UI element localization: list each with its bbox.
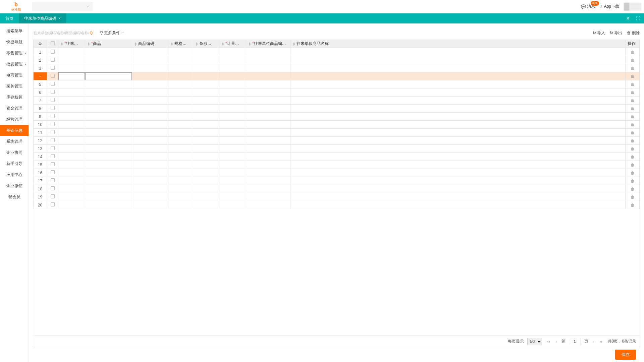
cell-input[interactable] xyxy=(58,72,85,80)
row-checkbox[interactable] xyxy=(51,194,55,198)
table-row[interactable]: 12🗑 xyxy=(34,137,640,145)
cell[interactable] xyxy=(58,145,85,153)
column-partner-product-code[interactable]: ▲▼*往来单位商品编… xyxy=(246,40,290,48)
cell[interactable] xyxy=(168,80,193,88)
cell[interactable] xyxy=(290,193,626,201)
cell[interactable] xyxy=(193,88,219,97)
sidebar-item[interactable]: 企业微信 xyxy=(0,180,29,191)
fullscreen-icon[interactable]: ⛶ xyxy=(635,15,641,22)
column-spec[interactable]: ▲▼规格… xyxy=(168,40,193,48)
cell[interactable] xyxy=(246,80,290,88)
cell[interactable] xyxy=(168,72,193,80)
cell[interactable] xyxy=(290,201,626,209)
cell[interactable] xyxy=(85,145,132,153)
cell[interactable] xyxy=(85,153,132,161)
cell[interactable] xyxy=(168,137,193,145)
cell[interactable] xyxy=(58,121,85,129)
cell[interactable] xyxy=(246,193,290,201)
cell[interactable] xyxy=(85,137,132,145)
cell[interactable] xyxy=(168,185,193,193)
sidebar-item[interactable]: 经营管理 xyxy=(0,114,29,125)
column-barcode[interactable]: ▲▼条形… xyxy=(193,40,219,48)
delete-button[interactable]: 🗑 删除 xyxy=(627,30,640,36)
table-row[interactable]: 14🗑 xyxy=(34,153,640,161)
cell[interactable] xyxy=(193,72,219,80)
column-unit[interactable]: ▲▼*计量… xyxy=(219,40,246,48)
sidebar-item[interactable]: 批发管理▾ xyxy=(0,59,29,70)
cell[interactable] xyxy=(193,56,219,64)
cell[interactable] xyxy=(246,185,290,193)
trash-icon[interactable]: 🗑 xyxy=(631,58,635,63)
pager-last-icon[interactable]: ⏭ xyxy=(598,339,604,344)
cell[interactable] xyxy=(290,137,626,145)
trash-icon[interactable]: 🗑 xyxy=(631,171,635,175)
table-row[interactable]: 8🗑 xyxy=(34,105,640,113)
cell[interactable] xyxy=(168,177,193,185)
page-input[interactable] xyxy=(569,338,581,345)
sidebar-item[interactable]: 零售管理▾ xyxy=(0,48,29,59)
cell[interactable] xyxy=(219,129,246,137)
sidebar-item[interactable]: 系统管理 xyxy=(0,136,29,147)
cell[interactable] xyxy=(58,193,85,201)
cell[interactable] xyxy=(58,72,85,80)
row-checkbox[interactable] xyxy=(51,146,55,150)
cell[interactable] xyxy=(219,72,246,80)
cell[interactable] xyxy=(290,56,626,64)
cell[interactable] xyxy=(246,129,290,137)
cell[interactable] xyxy=(168,64,193,72)
cell[interactable] xyxy=(246,201,290,209)
cell[interactable] xyxy=(290,97,626,105)
column-select-all[interactable] xyxy=(47,40,58,48)
row-checkbox[interactable] xyxy=(51,82,55,86)
row-checkbox[interactable] xyxy=(51,50,55,54)
cell[interactable] xyxy=(193,137,219,145)
per-page-select[interactable]: 50 xyxy=(527,338,542,345)
cell[interactable] xyxy=(58,48,85,56)
cell[interactable] xyxy=(290,129,626,137)
cell[interactable] xyxy=(132,185,168,193)
cell[interactable] xyxy=(132,153,168,161)
cell[interactable] xyxy=(168,105,193,113)
cell[interactable] xyxy=(132,145,168,153)
cell[interactable] xyxy=(219,105,246,113)
cell[interactable] xyxy=(85,169,132,177)
table-row[interactable]: 1🗑 xyxy=(34,48,640,56)
cell[interactable] xyxy=(132,169,168,177)
table-row[interactable]: 10🗑 xyxy=(34,121,640,129)
cell[interactable] xyxy=(290,88,626,97)
cell[interactable] xyxy=(193,201,219,209)
cell[interactable] xyxy=(85,64,132,72)
cell[interactable] xyxy=(193,193,219,201)
trash-icon[interactable]: 🗑 xyxy=(631,179,635,183)
row-checkbox[interactable] xyxy=(51,178,55,182)
table-row[interactable]: 15🗑 xyxy=(34,161,640,169)
pager-next-icon[interactable]: › xyxy=(592,339,595,344)
cell[interactable] xyxy=(85,201,132,209)
sidebar-item[interactable]: 新手引导 xyxy=(0,158,29,169)
row-checkbox[interactable] xyxy=(51,74,55,78)
cell[interactable] xyxy=(168,153,193,161)
cell[interactable] xyxy=(290,64,626,72)
row-checkbox[interactable] xyxy=(51,170,55,174)
column-partner[interactable]: ▲▼*往来… xyxy=(58,40,85,48)
cell[interactable] xyxy=(168,56,193,64)
row-checkbox[interactable] xyxy=(51,90,55,94)
cell[interactable] xyxy=(58,97,85,105)
column-settings[interactable]: ⚙ xyxy=(34,40,47,48)
cell[interactable] xyxy=(219,97,246,105)
cell[interactable] xyxy=(290,105,626,113)
cell[interactable] xyxy=(246,88,290,97)
cell[interactable] xyxy=(246,177,290,185)
cell[interactable] xyxy=(58,80,85,88)
cell[interactable] xyxy=(193,161,219,169)
cell[interactable] xyxy=(168,161,193,169)
trash-icon[interactable]: 🗑 xyxy=(631,98,635,103)
cell[interactable] xyxy=(193,80,219,88)
cell[interactable] xyxy=(132,129,168,137)
cell[interactable] xyxy=(132,113,168,121)
cell[interactable] xyxy=(58,201,85,209)
add-row-icon[interactable]: + xyxy=(38,74,43,79)
cell[interactable] xyxy=(132,88,168,97)
cell[interactable] xyxy=(246,161,290,169)
table-row[interactable]: 18🗑 xyxy=(34,185,640,193)
